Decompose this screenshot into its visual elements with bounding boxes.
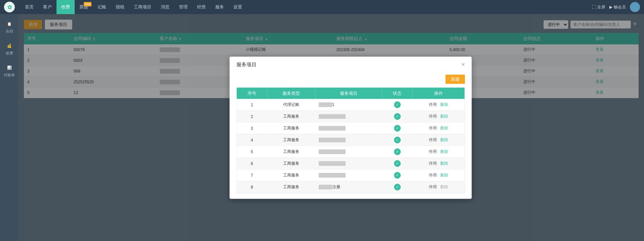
new-badge: new bbox=[84, 2, 91, 6]
sidebar-item-contract[interactable]: 📋 合同 bbox=[0, 17, 18, 37]
stop-action[interactable]: 停用 bbox=[429, 185, 437, 189]
modal-table-row: 4 工商服务 ✓ 停用 删除 bbox=[237, 134, 465, 146]
modal-row-index: 4 bbox=[237, 134, 267, 146]
vip-label: 畅会员 bbox=[614, 4, 626, 10]
delete-action[interactable]: 删除 bbox=[440, 185, 448, 189]
nav-operations[interactable]: 经营 bbox=[192, 0, 211, 14]
delete-action[interactable]: 删除 bbox=[440, 114, 448, 119]
stop-action[interactable]: 停用 bbox=[429, 102, 437, 107]
modal-row-index: 7 bbox=[237, 169, 267, 181]
modal-row-item bbox=[315, 146, 382, 158]
modal-row-status: ✓ bbox=[382, 134, 413, 146]
modal-row-actions: 停用 删除 bbox=[413, 146, 465, 158]
modal-row-item: 注册 bbox=[315, 181, 382, 193]
delete-action[interactable]: 删除 bbox=[440, 137, 448, 142]
delete-action[interactable]: 删除 bbox=[440, 149, 448, 154]
contract-icon: 📋 bbox=[6, 20, 13, 28]
modal-row-type: 工商服务 bbox=[267, 122, 315, 134]
sidebar-item-reconciliation[interactable]: 📊 对账单 bbox=[0, 61, 18, 81]
fullscreen-icon: ⛶ bbox=[592, 5, 596, 9]
delete-action[interactable]: 删除 bbox=[440, 161, 448, 166]
modal-row-index: 5 bbox=[237, 146, 267, 158]
stop-action[interactable]: 停用 bbox=[429, 114, 437, 119]
modal-table-row: 3 工商服务 ✓ 停用 删除 bbox=[237, 122, 465, 134]
modal-row-item bbox=[315, 169, 382, 181]
modal-row-index: 8 bbox=[237, 181, 267, 193]
top-navigation: ✿ 首页 客户 收费 票据 new 记账 报税 工商项目 消息 管理 经营 服务… bbox=[0, 0, 644, 14]
modal-row-index: 3 bbox=[237, 122, 267, 134]
modal-table: 序号 服务类型 服务项目 状态 操作 1 代理记账 1 ✓ 停用 bbox=[237, 87, 465, 193]
modal-row-index: 2 bbox=[237, 111, 267, 122]
sidebar-item-fee[interactable]: 💰 收费 bbox=[0, 39, 18, 59]
vip-icon: ▶ bbox=[609, 5, 612, 9]
nav-fee[interactable]: 收费 bbox=[56, 0, 75, 14]
modal-row-type: 工商服务 bbox=[267, 146, 315, 158]
fee-icon: 💰 bbox=[6, 42, 13, 49]
nav-admin[interactable]: 管理 bbox=[174, 0, 192, 14]
modal-row-status: ✓ bbox=[382, 181, 413, 193]
service-items-modal: 服务项目 × 新建 序号 服务类型 服务项目 状态 bbox=[230, 56, 472, 199]
nav-menu: 首页 客户 收费 票据 new 记账 报税 工商项目 消息 管理 经营 服务 设… bbox=[20, 0, 592, 14]
stop-action[interactable]: 停用 bbox=[429, 149, 437, 154]
modal-row-actions: 停用 删除 bbox=[413, 122, 465, 134]
stop-action[interactable]: 停用 bbox=[429, 173, 437, 177]
nav-service[interactable]: 服务 bbox=[211, 0, 229, 14]
modal-new-button[interactable]: 新建 bbox=[446, 74, 465, 84]
sidebar-label-fee: 收费 bbox=[6, 51, 13, 56]
stop-action[interactable]: 停用 bbox=[429, 137, 437, 142]
modal-row-status: ✓ bbox=[382, 146, 413, 158]
nav-settings[interactable]: 设置 bbox=[229, 0, 247, 14]
sidebar-label-contract: 合同 bbox=[6, 29, 13, 34]
modal-table-row: 2 工商服务 ✓ 停用 删除 bbox=[237, 111, 465, 122]
nav-right-controls: ⛶ 全屏 ▶ 畅会员 bbox=[592, 2, 640, 12]
fullscreen-button[interactable]: ⛶ 全屏 bbox=[592, 4, 605, 10]
nav-bookkeeping[interactable]: 记账 bbox=[93, 0, 111, 14]
nav-client[interactable]: 客户 bbox=[38, 0, 56, 14]
nav-home[interactable]: 首页 bbox=[20, 0, 38, 14]
modal-row-type: 工商服务 bbox=[267, 169, 315, 181]
user-avatar[interactable] bbox=[630, 2, 640, 12]
stop-action[interactable]: 停用 bbox=[429, 126, 437, 130]
modal-row-type: 工商服务 bbox=[267, 134, 315, 146]
nav-tax[interactable]: 报税 bbox=[111, 0, 129, 14]
sidebar-label-reconciliation: 对账单 bbox=[4, 73, 15, 78]
modal-row-index: 1 bbox=[237, 99, 267, 111]
modal-row-status: ✓ bbox=[382, 169, 413, 181]
modal-row-actions: 停用 删除 bbox=[413, 111, 465, 122]
modal-row-status: ✓ bbox=[382, 158, 413, 169]
modal-table-row: 7 工商服务 ✓ 停用 删除 bbox=[237, 169, 465, 181]
modal-table-wrap[interactable]: 序号 服务类型 服务项目 状态 操作 1 代理记账 1 ✓ 停用 bbox=[236, 87, 465, 193]
modal-header: 服务项目 × bbox=[230, 56, 472, 71]
modal-row-type: 代理记账 bbox=[267, 99, 315, 111]
modal-row-index: 6 bbox=[237, 158, 267, 169]
nav-business[interactable]: 工商项目 bbox=[129, 0, 156, 14]
modal-row-actions: 停用 删除 bbox=[413, 169, 465, 181]
modal-table-row: 6 工商服务 ✓ 停用 删除 bbox=[237, 158, 465, 169]
modal-close-button[interactable]: × bbox=[461, 62, 465, 68]
modal-col-index: 序号 bbox=[237, 87, 267, 99]
modal-col-action: 操作 bbox=[413, 87, 465, 99]
modal-row-type: 工商服务 bbox=[267, 111, 315, 122]
modal-row-status: ✓ bbox=[382, 122, 413, 134]
modal-row-item bbox=[315, 111, 382, 122]
reconciliation-icon: 📊 bbox=[6, 64, 13, 71]
delete-action[interactable]: 删除 bbox=[440, 102, 448, 107]
modal-row-actions: 停用 删除 bbox=[413, 181, 465, 193]
stop-action[interactable]: 停用 bbox=[429, 161, 437, 166]
delete-action[interactable]: 删除 bbox=[440, 173, 448, 177]
modal-row-item bbox=[315, 158, 382, 169]
vip-button[interactable]: ▶ 畅会员 bbox=[609, 4, 626, 10]
modal-row-type: 工商服务 bbox=[267, 181, 315, 193]
modal-row-actions: 停用 删除 bbox=[413, 99, 465, 111]
modal-table-row: 5 工商服务 ✓ 停用 删除 bbox=[237, 146, 465, 158]
nav-invoice[interactable]: 票据 new bbox=[75, 0, 93, 14]
modal-row-status: ✓ bbox=[382, 99, 413, 111]
modal-table-row: 8 工商服务 注册 ✓ 停用 删除 bbox=[237, 181, 465, 193]
modal-col-status: 状态 bbox=[382, 87, 413, 99]
modal-body: 新建 序号 服务类型 服务项目 状态 操作 bbox=[230, 71, 472, 199]
fullscreen-label: 全屏 bbox=[597, 4, 605, 10]
delete-action[interactable]: 删除 bbox=[440, 126, 448, 130]
modal-row-actions: 停用 删除 bbox=[413, 134, 465, 146]
nav-message[interactable]: 消息 bbox=[156, 0, 174, 14]
modal-row-item bbox=[315, 122, 382, 134]
